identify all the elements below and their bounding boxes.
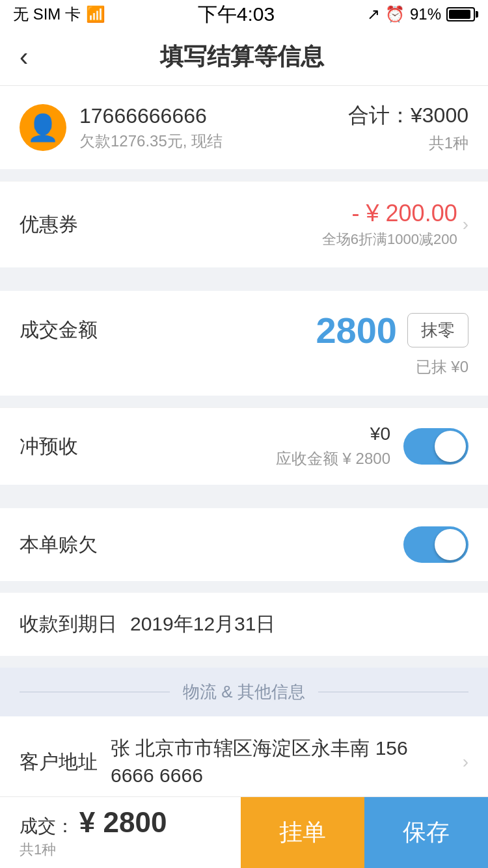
bottom-summary: 成交： ¥ 2800 共1种 [0, 806, 241, 860]
prepaid-section: 冲预收 ¥0 应收金额 ¥ 2800 [0, 407, 488, 485]
deal-amount-value: 2800 [316, 309, 397, 351]
battery-percent: 91% [410, 5, 441, 23]
due-date-section: 收款到期日 2019年12月31日 [0, 593, 488, 656]
section-gap [0, 279, 488, 291]
wifi-icon: 📶 [86, 5, 105, 23]
due-date-value: 2019年12月31日 [130, 611, 275, 638]
address-chevron-icon: › [463, 752, 468, 772]
prepaid-amount: ¥0 [370, 424, 390, 444]
user-icon: 👤 [27, 113, 59, 143]
status-right: ↗ ⏰ 91% [367, 5, 475, 23]
address-section[interactable]: 客户地址 张 北京市市辖区海淀区永丰南 156 6666 6666 › [0, 716, 488, 807]
divider-section: 物流 & 其他信息 [0, 668, 488, 716]
status-left: 无 SIM 卡 📶 [13, 4, 105, 25]
divider-text: 物流 & 其他信息 [170, 681, 318, 703]
status-bar: 无 SIM 卡 📶 下午4:03 ↗ ⏰ 91% [0, 0, 488, 29]
divider-line-left [20, 692, 170, 692]
bottom-deal-label: 成交： [20, 816, 74, 836]
page-title: 填写结算等信息 [41, 41, 442, 73]
debt-section: 本单赊欠 [0, 508, 488, 581]
back-button[interactable]: ‹ [20, 42, 41, 72]
prepaid-sub: 应收金额 ¥ 2800 [276, 448, 390, 469]
coupon-label: 优惠券 [20, 211, 78, 238]
user-sub-info: 欠款1276.35元, 现结 [79, 131, 348, 152]
no-sim-text: 无 SIM 卡 [13, 4, 81, 25]
debt-toggle-thumb [435, 529, 466, 560]
location-icon: ↗ [367, 5, 380, 23]
hold-order-button[interactable]: 挂单 [241, 797, 364, 869]
toggle-thumb [435, 431, 466, 462]
order-total: 合计：¥3000 共1种 [348, 102, 468, 154]
total-amount: 合计：¥3000 [348, 102, 468, 130]
coupon-right: - ¥ 200.00 全场6折满1000减200 [322, 200, 457, 249]
prepaid-toggle[interactable] [403, 428, 468, 465]
nav-bar: ‹ 填写结算等信息 [0, 29, 488, 86]
alarm-icon: ⏰ [385, 5, 405, 23]
round-down-button[interactable]: 抹零 [407, 313, 468, 347]
coupon-desc: 全场6折满1000减200 [322, 230, 457, 249]
avatar: 👤 [20, 104, 66, 151]
bottom-deal-amount: ¥ 2800 [79, 806, 167, 838]
chevron-right-icon: › [463, 214, 468, 235]
save-button[interactable]: 保存 [364, 797, 488, 869]
item-count: 共1种 [348, 133, 468, 154]
deal-amount-label: 成交金额 [20, 317, 98, 344]
address-value: 张 北京市市辖区海淀区永丰南 156 6666 6666 [111, 735, 456, 789]
user-phone: 17666666666 [79, 104, 348, 128]
deal-sub-info: 已抹 ¥0 [20, 357, 468, 377]
bottom-bar: 成交： ¥ 2800 共1种 挂单 保存 [0, 796, 488, 868]
prepaid-label: 冲预收 [20, 433, 78, 460]
deal-amount-section: 成交金额 2800 抹零 已抹 ¥0 [0, 291, 488, 396]
coupon-section[interactable]: 优惠券 - ¥ 200.00 全场6折满1000减200 › [0, 181, 488, 267]
coupon-amount: - ¥ 200.00 [352, 200, 457, 227]
debt-label: 本单赊欠 [20, 532, 98, 558]
bottom-deal-row: 成交： ¥ 2800 [20, 806, 221, 839]
section-gap-2 [0, 496, 488, 508]
user-info-section: 👤 17666666666 欠款1276.35元, 现结 合计：¥3000 共1… [0, 86, 488, 169]
user-details: 17666666666 欠款1276.35元, 现结 [79, 104, 348, 152]
divider-line-right [318, 692, 468, 692]
status-time: 下午4:03 [198, 1, 275, 28]
bottom-item-count: 共1种 [20, 840, 221, 860]
debt-toggle[interactable] [403, 526, 468, 563]
address-label: 客户地址 [20, 749, 98, 776]
due-date-label: 收款到期日 [20, 611, 117, 638]
debt-toggle-container [390, 526, 468, 563]
battery-icon [446, 7, 475, 21]
